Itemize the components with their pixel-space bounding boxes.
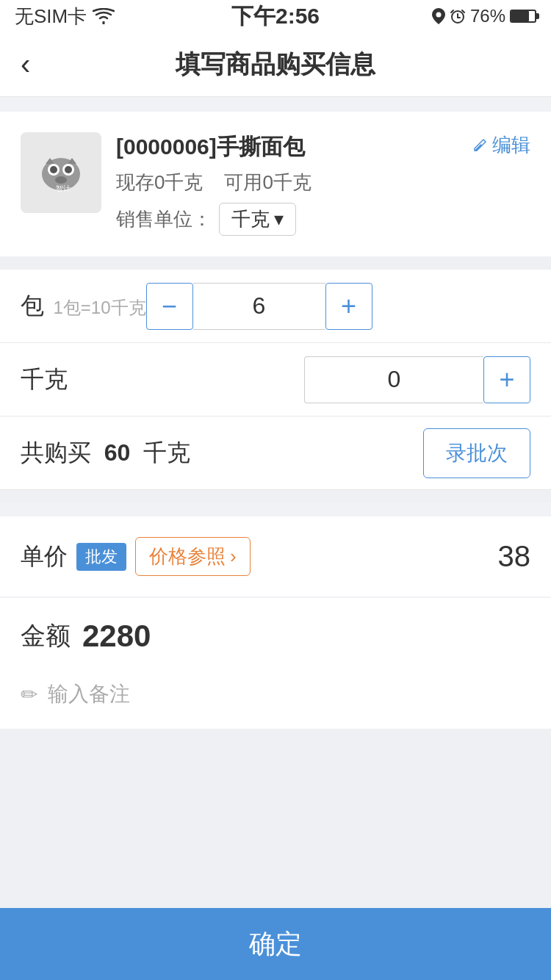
stock-label: 现存0千克 [116, 171, 203, 193]
kilogram-increment-button[interactable]: + [483, 356, 530, 403]
product-logo: 智计 [35, 151, 87, 195]
kilogram-quantity-control: + [304, 356, 530, 403]
svg-point-8 [65, 166, 72, 173]
price-label: 单价 [21, 541, 68, 573]
kilogram-label: 千克 [21, 364, 304, 396]
kilogram-input-row: 千克 + [0, 343, 551, 417]
note-row[interactable]: ✏ 输入备注 [21, 669, 530, 729]
product-stock: 现存0千克 可用0千克 [116, 170, 530, 195]
product-section: 智计 [0000006]手撕面包 现存0千克 可用0千克 销售单位： 千克 ▾ … [0, 112, 551, 256]
input-section: 包 1包=10千克 − + 千克 + 共购买 60 千克 录批次 [0, 270, 551, 490]
alarm-icon [450, 8, 466, 24]
total-amount: 60 [104, 439, 131, 466]
location-icon [432, 8, 445, 24]
amount-value: 2280 [82, 619, 151, 654]
status-time: 下午2:56 [231, 1, 320, 32]
package-quantity-control: − + [146, 283, 372, 330]
nav-bar: ‹ 填写商品购买信息 [0, 32, 551, 97]
price-ref-chevron: › [230, 545, 237, 568]
amount-label: 金额 [21, 619, 71, 653]
unit-value: 千克 [231, 206, 270, 232]
edit-icon [472, 137, 488, 154]
svg-point-7 [50, 166, 57, 173]
edit-button[interactable]: 编辑 [472, 132, 530, 158]
package-label-group: 包 1包=10千克 [21, 290, 146, 323]
total-label: 共购买 60 千克 [21, 439, 190, 466]
price-ref-label: 价格参照 [149, 544, 226, 569]
price-value: 38 [498, 540, 531, 573]
battery-percent: 76% [470, 6, 505, 26]
package-input-row: 包 1包=10千克 − + [0, 270, 551, 343]
svg-point-0 [436, 12, 441, 18]
svg-point-9 [55, 176, 67, 184]
status-bar: 无SIM卡 下午2:56 76% [0, 0, 551, 32]
confirm-bar[interactable]: 确定 [0, 908, 551, 980]
status-left: 无SIM卡 [15, 4, 115, 29]
note-icon: ✏ [21, 682, 37, 707]
unit-select[interactable]: 千克 ▾ [219, 203, 296, 236]
package-sublabel: 1包=10千克 [53, 298, 145, 317]
status-right: 76% [432, 6, 536, 26]
price-label-group: 单价 批发 价格参照 › [21, 537, 251, 576]
total-section: 共购买 60 千克 录批次 [0, 417, 551, 490]
product-name: [0000006]手撕面包 [116, 132, 530, 162]
svg-text:智计: 智计 [56, 184, 71, 192]
price-row: 单价 批发 价格参照 › 38 [21, 537, 530, 576]
carrier-text: 无SIM卡 [15, 4, 87, 29]
battery-icon [510, 10, 536, 23]
package-decrement-button[interactable]: − [146, 283, 193, 330]
total-text-group: 共购买 60 千克 [21, 437, 190, 469]
back-button[interactable]: ‹ [21, 48, 30, 81]
package-quantity-input[interactable] [193, 283, 325, 330]
divider-1 [0, 256, 551, 270]
edit-label: 编辑 [492, 132, 530, 158]
note-placeholder: 输入备注 [48, 680, 130, 708]
record-batch-button[interactable]: 录批次 [423, 428, 530, 478]
amount-section: 金额 2280 ✏ 输入备注 [0, 598, 551, 729]
product-info: [0000006]手撕面包 现存0千克 可用0千克 销售单位： 千克 ▾ [116, 132, 530, 236]
unit-chevron: ▾ [274, 208, 284, 231]
divider-2 [0, 490, 551, 503]
package-label: 包 [21, 292, 44, 319]
kilogram-quantity-input[interactable] [304, 356, 483, 403]
product-image: 智计 [21, 132, 101, 213]
page-title: 填写商品购买信息 [176, 48, 375, 82]
price-reference-button[interactable]: 价格参照 › [135, 537, 251, 576]
unit-label: 销售单位： [116, 206, 212, 232]
wifi-icon [93, 8, 115, 24]
confirm-button[interactable]: 确定 [249, 926, 302, 962]
available-label: 可用0千克 [224, 171, 311, 193]
price-section: 单价 批发 价格参照 › 38 [0, 516, 551, 597]
package-increment-button[interactable]: + [325, 283, 372, 330]
product-unit-row: 销售单位： 千克 ▾ [116, 203, 530, 236]
amount-row: 金额 2280 [21, 619, 530, 654]
price-tag: 批发 [76, 543, 126, 571]
